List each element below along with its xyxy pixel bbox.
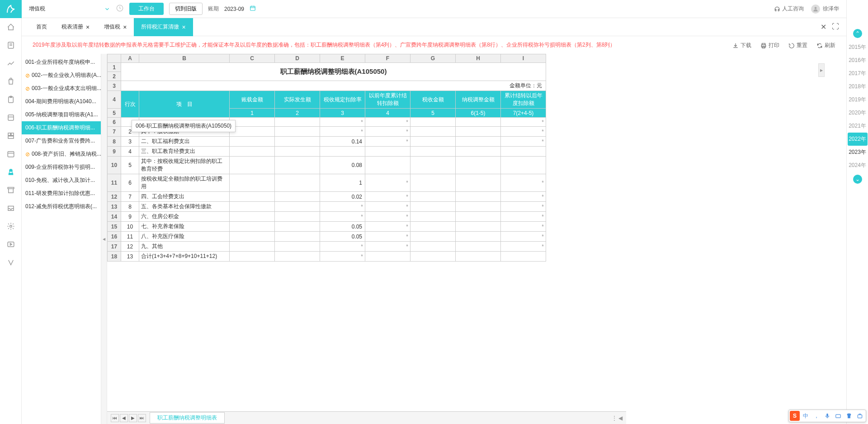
nav-chart-icon[interactable] bbox=[0, 54, 22, 72]
page-tab[interactable]: 税表清册× bbox=[54, 18, 97, 36]
year-item[interactable]: 2015年 bbox=[848, 41, 868, 54]
sheet-nav-last-icon[interactable]: ⏭ bbox=[138, 414, 146, 422]
sheet-cell[interactable] bbox=[230, 157, 275, 174]
sheet-cell[interactable]: 9 bbox=[121, 212, 139, 222]
sheet-cell[interactable] bbox=[275, 242, 320, 252]
sheet-cell[interactable]: * bbox=[365, 222, 410, 232]
ime-lang-toggle[interactable]: 中 bbox=[801, 411, 811, 421]
year-item[interactable]: 2017年 bbox=[848, 67, 868, 80]
sheet-cell[interactable]: 1 bbox=[320, 174, 365, 192]
sheet-cell[interactable]: 二、职工福利费支出 bbox=[139, 137, 230, 147]
ime-logo-icon[interactable]: S bbox=[790, 411, 800, 421]
sheet-cell[interactable]: * bbox=[320, 212, 365, 222]
sheet-cell[interactable]: * bbox=[365, 232, 410, 242]
sheet-cell[interactable] bbox=[275, 127, 320, 137]
sheet-cell[interactable]: 8 bbox=[121, 202, 139, 212]
sheet-cell[interactable] bbox=[410, 174, 456, 192]
sheet-nav-prev-icon[interactable]: ◀ bbox=[120, 414, 128, 422]
sheet-cell[interactable] bbox=[275, 147, 320, 157]
sheet-cell[interactable] bbox=[410, 127, 456, 137]
sheet-cell[interactable] bbox=[230, 118, 275, 127]
sheet-cell[interactable]: * bbox=[365, 212, 410, 222]
sheet-cell[interactable]: 八、补充医疗保险 bbox=[139, 232, 230, 242]
download-button[interactable]: 下载 bbox=[732, 42, 751, 49]
sheet-cell[interactable] bbox=[275, 192, 320, 202]
app-logo[interactable] bbox=[0, 0, 22, 18]
user-menu[interactable]: 徐泽华 bbox=[811, 5, 839, 14]
sheet-cell[interactable]: * bbox=[365, 174, 410, 192]
sheet-cell[interactable] bbox=[230, 212, 275, 222]
form-list-item[interactable]: 011-研发费用加计扣除优惠... bbox=[22, 187, 101, 200]
sheet-cell[interactable] bbox=[456, 174, 501, 192]
nav-clipboard-icon[interactable] bbox=[0, 91, 22, 109]
sheet-cell[interactable]: * bbox=[501, 118, 546, 127]
history-icon[interactable] bbox=[116, 4, 124, 14]
sheet-tab[interactable]: 职工薪酬纳税调整明细表 bbox=[150, 412, 225, 424]
sheet-cell[interactable]: 三、职工教育经费支出 bbox=[139, 147, 230, 157]
sheet-cell[interactable]: * bbox=[501, 202, 546, 212]
tab-close-icon[interactable]: × bbox=[123, 24, 127, 31]
sheet-cell[interactable]: 0.14 bbox=[320, 137, 365, 147]
tab-close-all-icon[interactable]: ✕ bbox=[821, 23, 826, 31]
sheet-cell[interactable] bbox=[456, 137, 501, 147]
nav-bag-icon[interactable] bbox=[0, 72, 22, 91]
page-tab[interactable]: 增值税× bbox=[97, 18, 134, 36]
nav-archive-icon[interactable] bbox=[0, 181, 22, 199]
sheet-cell[interactable] bbox=[275, 174, 320, 192]
page-tab[interactable]: 所得税汇算清缴× bbox=[134, 18, 193, 36]
ime-skin-icon[interactable] bbox=[844, 411, 854, 421]
sheet-cell[interactable] bbox=[275, 222, 320, 232]
sheet-cell[interactable]: 四、工会经费支出 bbox=[139, 192, 230, 202]
page-tab[interactable]: 首页 bbox=[29, 18, 54, 36]
calendar-icon[interactable] bbox=[250, 5, 256, 13]
sheet-cell[interactable]: * bbox=[320, 252, 365, 262]
sheet-cell[interactable]: * bbox=[365, 127, 410, 137]
sheet-cell[interactable] bbox=[275, 212, 320, 222]
sheet-cell[interactable]: 六、住房公积金 bbox=[139, 212, 230, 222]
sheet-cell[interactable] bbox=[230, 174, 275, 192]
print-button[interactable]: 打印 bbox=[760, 42, 779, 49]
nav-video-icon[interactable] bbox=[0, 235, 22, 253]
sheet-cell[interactable] bbox=[230, 232, 275, 242]
nav-inbox-icon[interactable] bbox=[0, 199, 22, 217]
form-list-item[interactable]: ⊘003-一般企业成本支出明细... bbox=[22, 82, 101, 95]
sheet-cell[interactable] bbox=[410, 222, 456, 232]
sheet-cell[interactable] bbox=[230, 192, 275, 202]
sheet-cell[interactable]: 0.05 bbox=[320, 232, 365, 242]
nav-tax-icon[interactable] bbox=[0, 163, 22, 181]
year-scroll-down-icon[interactable]: ⌄ bbox=[853, 175, 862, 184]
collapse-sidebar-handle[interactable] bbox=[101, 54, 107, 424]
nav-home-icon[interactable] bbox=[0, 18, 22, 36]
sheet-cell[interactable] bbox=[456, 242, 501, 252]
sheet-cell[interactable]: 其中：按税收规定比例扣除的职工教育经费 bbox=[139, 157, 230, 174]
nav-settings-icon[interactable] bbox=[0, 217, 22, 235]
tax-type-selector[interactable]: 增值税 bbox=[29, 5, 110, 13]
sheet-cell[interactable] bbox=[501, 157, 546, 174]
tab-expand-icon[interactable]: ⛶ bbox=[832, 23, 839, 31]
ime-punct-toggle[interactable]: ， bbox=[811, 411, 821, 421]
sheet-cell[interactable] bbox=[456, 202, 501, 212]
year-item[interactable]: 2023年 bbox=[848, 146, 868, 159]
form-list-item[interactable]: ⊘002-一般企业收入明细表(A... bbox=[22, 69, 101, 82]
sheet-cell[interactable] bbox=[230, 137, 275, 147]
sheet-cell[interactable] bbox=[410, 232, 456, 242]
sheet-cell[interactable]: 0.08 bbox=[320, 157, 365, 174]
year-item[interactable]: 2019年 bbox=[848, 93, 868, 106]
tab-close-icon[interactable]: × bbox=[182, 24, 185, 31]
sheet-cell[interactable]: * bbox=[501, 212, 546, 222]
sheet-cell[interactable] bbox=[456, 252, 501, 262]
sheet-cell[interactable] bbox=[410, 242, 456, 252]
sheet-cell[interactable] bbox=[230, 147, 275, 157]
sheet-cell[interactable]: * bbox=[501, 192, 546, 202]
sheet-nav-next-icon[interactable]: ▶ bbox=[129, 414, 137, 422]
sheet-cell[interactable] bbox=[456, 212, 501, 222]
sheet-cell[interactable]: * bbox=[320, 202, 365, 212]
form-list-item[interactable]: 007-广告费和业务宣传费跨... bbox=[22, 134, 101, 148]
nav-doc-icon[interactable] bbox=[0, 36, 22, 54]
consult-button[interactable]: 人工咨询 bbox=[774, 5, 804, 13]
nav-template-icon[interactable] bbox=[0, 127, 22, 145]
sheet-cell[interactable] bbox=[365, 252, 410, 262]
sheet-cell[interactable]: 10 bbox=[121, 222, 139, 232]
sheet-cell[interactable]: * bbox=[365, 118, 410, 127]
sheet-cell[interactable] bbox=[501, 147, 546, 157]
